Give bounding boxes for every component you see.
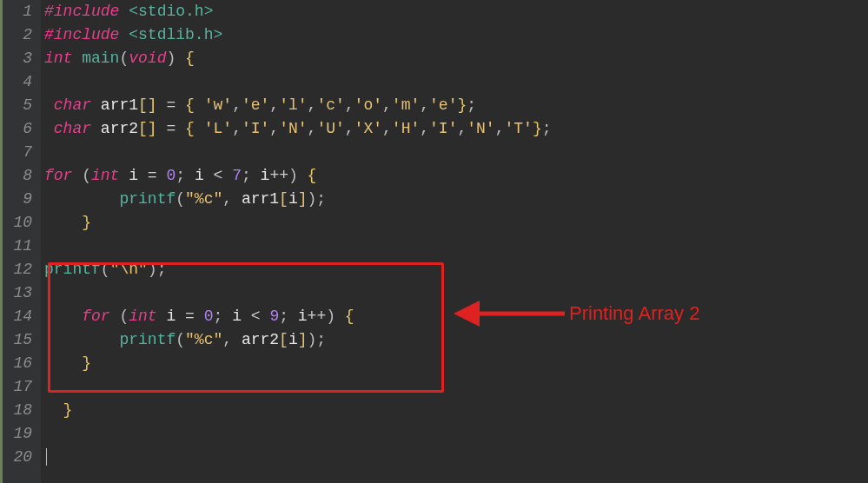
code-token: 'e' <box>242 96 269 114</box>
code-line[interactable]: #include <stdlib.h> <box>44 23 868 47</box>
code-token: , <box>269 96 279 114</box>
code-token <box>138 167 148 184</box>
code-token: 'X' <box>354 120 382 137</box>
line-number: 12 <box>8 258 32 281</box>
code-line[interactable]: char arr1[] = { 'w','e','l','c','o','m',… <box>44 94 868 117</box>
code-token: , <box>308 120 317 137</box>
code-token: { <box>308 167 317 184</box>
code-line[interactable] <box>44 70 868 94</box>
code-token <box>91 96 101 114</box>
code-line[interactable]: printf("%c", arr1[i]); <box>44 188 868 211</box>
code-line[interactable]: } <box>44 352 868 375</box>
code-token: , <box>382 96 392 114</box>
code-token: int <box>91 167 119 184</box>
code-token: i <box>261 167 270 184</box>
code-token <box>157 167 167 184</box>
code-token: 'c' <box>316 96 344 114</box>
code-line[interactable]: } <box>44 399 868 422</box>
code-token <box>157 308 167 325</box>
code-token <box>204 167 214 184</box>
code-token <box>242 308 251 325</box>
code-token: , <box>457 120 467 137</box>
code-area[interactable]: #include <stdio.h>#include <stdlib.h>int… <box>41 0 868 483</box>
code-token: ); <box>148 261 167 278</box>
line-number: 17 <box>8 375 32 399</box>
code-token: 'I' <box>242 120 269 137</box>
code-line[interactable] <box>44 446 868 469</box>
code-token: arr2 <box>101 120 138 137</box>
code-line[interactable] <box>44 375 868 399</box>
code-token: 'L' <box>204 120 232 137</box>
code-token: , <box>420 120 429 137</box>
code-token: ( <box>110 308 129 325</box>
code-token <box>157 120 167 137</box>
code-token <box>44 120 54 137</box>
code-token: arr1 <box>101 96 138 114</box>
code-token: int <box>44 50 72 67</box>
line-number: 5 <box>8 94 32 117</box>
code-token: arr1 <box>242 190 279 208</box>
line-number: 3 <box>8 47 32 70</box>
code-token: ; <box>467 96 476 114</box>
code-token: [] <box>138 96 157 114</box>
code-token: ++ <box>269 167 288 184</box>
code-line[interactable] <box>44 422 868 446</box>
code-line[interactable]: char arr2[] = { 'L','I','N','U','X','H',… <box>44 117 868 141</box>
code-token: char <box>54 120 91 137</box>
code-token <box>44 354 82 372</box>
code-token: } <box>82 214 91 231</box>
code-token: = <box>185 308 195 325</box>
code-token <box>44 331 119 348</box>
code-token: , <box>222 331 242 348</box>
code-line[interactable] <box>44 235 868 258</box>
code-token: ; <box>214 308 233 325</box>
code-token: } <box>533 120 542 137</box>
code-token <box>119 167 129 184</box>
code-line[interactable]: #include <stdio.h> <box>44 0 868 23</box>
code-token: 'N' <box>279 120 307 137</box>
code-line[interactable]: } <box>44 211 868 235</box>
code-line[interactable]: for (int i = 0; i < 7; i++) { <box>44 164 868 188</box>
code-token: 0 <box>204 308 214 325</box>
code-token: 9 <box>269 308 279 325</box>
code-token: ] <box>298 190 308 208</box>
code-token: printf <box>119 190 176 208</box>
code-token <box>44 401 63 419</box>
code-token: ( <box>72 167 91 184</box>
line-number: 2 <box>8 23 32 47</box>
code-token: ); <box>308 190 327 208</box>
code-token: { <box>185 50 195 67</box>
code-token: ; <box>542 120 552 137</box>
line-number: 1 <box>8 0 32 23</box>
code-line[interactable] <box>44 281 868 305</box>
code-token: , <box>495 120 505 137</box>
code-token: , <box>232 96 242 114</box>
code-token: , <box>222 190 242 208</box>
code-token: ] <box>298 331 308 348</box>
code-token: 'T' <box>504 120 532 137</box>
code-token <box>119 26 129 43</box>
code-line[interactable]: for (int i = 0; i < 9; i++) { <box>44 305 868 328</box>
code-line[interactable]: printf("\n"); <box>44 258 868 281</box>
code-token: } <box>63 401 73 419</box>
line-number: 10 <box>8 211 32 235</box>
code-line[interactable] <box>44 141 868 164</box>
code-editor[interactable]: 1234567891011121314151617181920 #include… <box>0 0 868 483</box>
code-line[interactable]: int main(void) { <box>44 47 868 70</box>
code-token: i <box>288 331 298 348</box>
code-token <box>44 190 119 208</box>
code-token: ) <box>166 50 185 67</box>
code-token: ; <box>279 308 298 325</box>
code-token <box>261 308 270 325</box>
code-line[interactable]: printf("%c", arr2[i]); <box>44 328 868 352</box>
line-number: 15 <box>8 328 32 352</box>
code-token: i <box>288 190 298 208</box>
code-token: <stdlib.h> <box>129 26 222 43</box>
line-number: 19 <box>8 422 32 446</box>
code-token <box>119 3 129 20</box>
code-token: 7 <box>232 167 242 184</box>
code-token: , <box>345 96 354 114</box>
code-token: { <box>345 308 354 325</box>
code-token: { <box>185 120 195 137</box>
code-token <box>44 96 54 114</box>
